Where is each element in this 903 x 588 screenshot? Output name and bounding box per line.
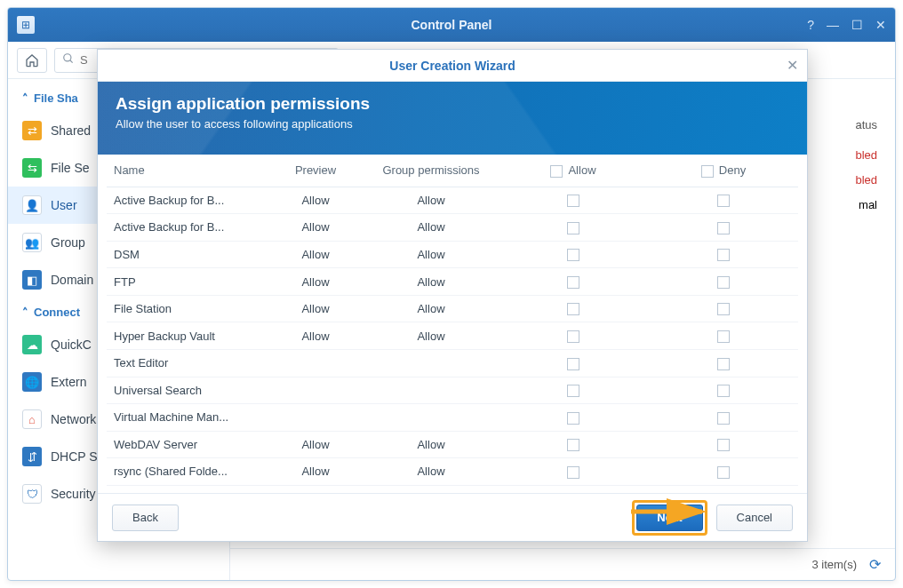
col-group[interactable]: Group permissions	[364, 155, 498, 187]
close-icon[interactable]: ✕	[787, 57, 798, 74]
allow-all-checkbox[interactable]	[550, 165, 563, 178]
preview-cell: Allow	[267, 214, 364, 242]
permissions-table: Name Preview Group permissions Allow Den…	[107, 155, 798, 486]
preview-cell: Allow	[267, 268, 364, 296]
allow-checkbox[interactable]	[567, 358, 579, 370]
deny-checkbox[interactable]	[717, 303, 730, 315]
sidebar-item-label: DHCP S	[51, 449, 98, 464]
table-row[interactable]: WebDAV ServerAllowAllow	[107, 431, 798, 458]
close-window-icon[interactable]: ✕	[875, 18, 886, 32]
back-button[interactable]: Back	[112, 505, 179, 531]
deny-checkbox[interactable]	[717, 358, 730, 370]
dialog-subheading: Allow the user to access following appli…	[116, 117, 789, 131]
col-name[interactable]: Name	[107, 155, 267, 187]
preview-cell: Allow	[267, 187, 364, 214]
status-cell: mal	[859, 198, 877, 211]
sidebar-item-label: QuickC	[51, 338, 92, 352]
group-cell	[364, 404, 498, 432]
allow-checkbox[interactable]	[567, 466, 579, 479]
maximize-icon[interactable]: ☐	[851, 18, 863, 32]
app-icon: ⊞	[17, 16, 35, 34]
group-cell	[364, 349, 498, 377]
window-title: Control Panel	[8, 18, 895, 32]
table-row[interactable]: Active Backup for B...AllowAllow	[107, 214, 798, 242]
app-name-cell: DSM	[107, 241, 267, 268]
app-name-cell: File Station	[107, 295, 267, 322]
sidebar-group-label: Connect	[34, 306, 80, 319]
reload-icon[interactable]: ⟳	[869, 556, 881, 573]
preview-cell	[267, 377, 364, 404]
deny-checkbox[interactable]	[717, 385, 730, 397]
col-preview[interactable]: Preview	[267, 155, 364, 187]
app-name-cell: Universal Search	[107, 377, 267, 404]
deny-checkbox[interactable]	[717, 195, 730, 207]
table-row[interactable]: DSMAllowAllow	[107, 241, 798, 268]
window-titlebar: ⊞ Control Panel ? — ☐ ✕	[8, 8, 895, 42]
group-cell: Allow	[364, 214, 498, 242]
chevron-up-icon: ˄	[22, 306, 28, 319]
cancel-button[interactable]: Cancel	[716, 505, 793, 531]
allow-checkbox[interactable]	[567, 412, 579, 425]
sidebar-item-label: Security	[51, 487, 96, 501]
preview-cell: Allow	[267, 295, 364, 322]
deny-checkbox[interactable]	[717, 330, 730, 343]
dialog-title: User Creation Wizard	[389, 59, 515, 73]
group-cell	[364, 377, 498, 404]
help-icon[interactable]: ?	[807, 18, 814, 32]
table-row[interactable]: rsync (Shared Folde...AllowAllow	[107, 458, 798, 486]
sidebar-item-label: Domain	[51, 273, 93, 287]
minimize-icon[interactable]: —	[827, 18, 839, 32]
deny-checkbox[interactable]	[717, 439, 730, 451]
col-deny[interactable]: Deny	[649, 155, 798, 187]
allow-checkbox[interactable]	[567, 330, 579, 343]
item-count: 3 item(s)	[811, 558, 857, 571]
home-button[interactable]	[17, 48, 47, 73]
table-row[interactable]: Active Backup for B...AllowAllow	[107, 187, 798, 214]
table-row[interactable]: FTPAllowAllow	[107, 268, 798, 296]
deny-all-checkbox[interactable]	[701, 165, 714, 178]
allow-checkbox[interactable]	[567, 385, 579, 397]
deny-checkbox[interactable]	[717, 222, 730, 234]
preview-cell	[267, 349, 364, 377]
status-bar: 3 item(s) ⟳	[230, 548, 895, 580]
sidebar-item-label: Group	[51, 235, 85, 250]
table-row[interactable]: Hyper Backup VaultAllowAllow	[107, 322, 798, 350]
table-row[interactable]: Virtual Machine Man...	[107, 404, 798, 432]
deny-checkbox[interactable]	[717, 466, 730, 479]
col-allow[interactable]: Allow	[498, 155, 649, 187]
allow-checkbox[interactable]	[567, 276, 579, 289]
allow-checkbox[interactable]	[567, 303, 579, 315]
next-button-highlight: Next	[632, 500, 707, 536]
column-header-status: atus	[855, 118, 877, 131]
svg-point-0	[64, 53, 71, 60]
allow-checkbox[interactable]	[567, 439, 579, 451]
chevron-up-icon: ˄	[22, 91, 28, 105]
dialog-footer: Back Next Cancel	[98, 493, 807, 541]
svg-line-1	[70, 60, 73, 62]
group-cell: Allow	[364, 187, 498, 214]
deny-checkbox[interactable]	[717, 412, 730, 425]
table-row[interactable]: Text Editor	[107, 349, 798, 377]
col-deny-label: Deny	[719, 163, 746, 177]
preview-cell	[267, 404, 364, 432]
allow-checkbox[interactable]	[567, 222, 579, 234]
group-cell: Allow	[364, 458, 498, 486]
sidebar-group-label: File Sha	[34, 91, 78, 105]
preview-cell: Allow	[267, 322, 364, 350]
allow-checkbox[interactable]	[567, 249, 579, 261]
app-name-cell: Hyper Backup Vault	[107, 322, 267, 350]
table-row[interactable]: File StationAllowAllow	[107, 295, 798, 322]
group-cell: Allow	[364, 241, 498, 268]
deny-checkbox[interactable]	[717, 276, 730, 289]
table-row[interactable]: Universal Search	[107, 377, 798, 404]
next-button[interactable]: Next	[636, 505, 702, 531]
app-name-cell: Virtual Machine Man...	[107, 404, 267, 432]
search-icon	[62, 52, 75, 68]
app-name-cell: FTP	[107, 268, 267, 296]
deny-checkbox[interactable]	[717, 249, 730, 261]
sidebar-item-label: File Se	[51, 161, 90, 175]
dialog-heading: Assign application permissions	[116, 94, 789, 114]
dialog-titlebar: User Creation Wizard ✕	[98, 50, 807, 82]
allow-checkbox[interactable]	[567, 195, 579, 207]
group-cell: Allow	[364, 431, 498, 458]
